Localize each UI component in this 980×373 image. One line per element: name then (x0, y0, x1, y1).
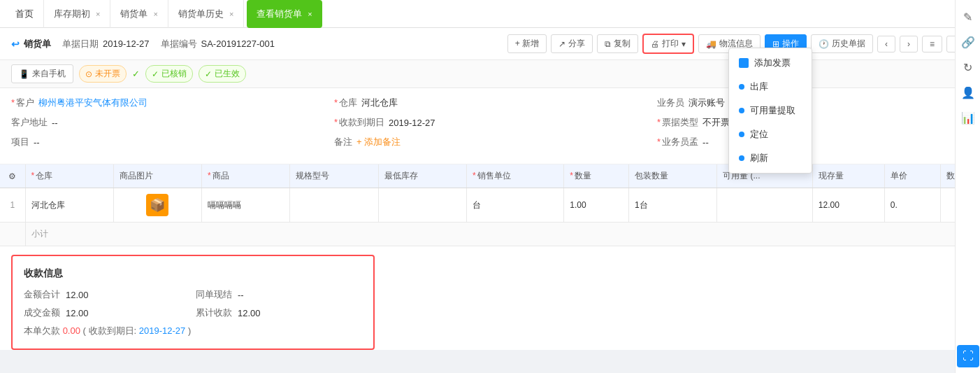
tab-view-sales-order-label: 查看销货单 (257, 8, 302, 20)
refresh-item[interactable]: 刷新 (729, 146, 812, 170)
transaction-amount-value: 12.00 (66, 308, 89, 318)
project-field: 项目 -- (11, 136, 323, 148)
ticket-type-label: 票据类型 (657, 116, 698, 129)
outbound-item[interactable]: 出库 (729, 75, 812, 99)
tab-sales-order-close[interactable]: × (153, 10, 157, 18)
view-list-button[interactable]: ≡ (922, 36, 942, 52)
share-icon: ↗ (559, 39, 565, 49)
same-order-label: 同单现结 (196, 288, 232, 301)
salesperson-label: 业务员孟 (657, 136, 698, 148)
row-warehouse: 河北仓库 (25, 188, 113, 223)
th-product: 商品 (202, 164, 290, 188)
tab-sales-order[interactable]: 销货单 × (110, 0, 168, 28)
sidebar-edit-icon[interactable]: ✎ (957, 6, 979, 28)
transaction-amount-label: 成交金额 (24, 307, 60, 319)
payment-date-label: 收款到期日 (334, 116, 384, 129)
add-invoice-label: 添加发票 (754, 57, 791, 69)
doc-type-label: 销货单 (24, 38, 51, 50)
tab-sales-history-label: 销货单历史 (178, 8, 224, 20)
check-circle-icon: ✓ (132, 69, 140, 79)
th-quantity: 数量 (564, 164, 629, 188)
due-date-text: 收款到期日: (89, 325, 137, 336)
locate-label: 定位 (750, 128, 768, 141)
sidebar-rotate-icon[interactable]: ↻ (957, 56, 979, 78)
doc-number-meta: 单据编号 SA-20191227-001 (161, 38, 275, 50)
share-button[interactable]: ↗ 分享 (551, 34, 593, 53)
th-sales-unit: 销售单位 (466, 164, 563, 188)
print-icon: 🖨 (651, 39, 659, 49)
table-header-row: ⚙ 仓库 商品图片 商品 规格型号 最低库存 销售单位 数量 包装数量 可用量 … (0, 164, 980, 188)
product-table-container: ⚙ 仓库 商品图片 商品 规格型号 最低库存 销售单位 数量 包装数量 可用量 … (0, 164, 980, 246)
form-row-1: 客户 柳州粤港平安气体有限公司 仓库 河北仓库 业务员 演示账号 (11, 97, 969, 109)
doc-number-value: SA-20191227-001 (201, 38, 275, 49)
tab-inventory-init-close[interactable]: × (96, 10, 100, 18)
row-index: 1 (0, 188, 25, 223)
tab-sales-history[interactable]: 销货单历史 × (168, 0, 244, 28)
total-amount-row: 金额合计 12.00 (24, 288, 190, 301)
subtotal-label: 小计 (25, 223, 980, 246)
nav-prev-button[interactable]: ‹ (877, 36, 895, 52)
available-qty-item[interactable]: 可用量提取 (729, 99, 812, 122)
copy-button[interactable]: ⧉ 复制 (597, 34, 638, 53)
tab-sales-history-close[interactable]: × (229, 10, 233, 18)
customer-value[interactable]: 柳州粤港平安气体有限公司 (38, 97, 147, 109)
current-arrears-value: 0.00 (63, 325, 80, 336)
tab-inventory-init[interactable]: 库存期初 × (44, 0, 110, 28)
doc-type-icon: ↩ (11, 38, 20, 50)
address-label: 客户地址 (11, 116, 48, 129)
ticket-type-value: 不开票 (702, 116, 730, 129)
sidebar-expand-icon[interactable]: ⛶ (957, 345, 979, 358)
ticket-type-field: 票据类型 不开票 (657, 116, 969, 129)
form-row-2: 客户地址 -- 收款到期日 2019-12-27 票据类型 不开票 (11, 116, 969, 129)
locate-icon (739, 132, 744, 137)
add-note-button[interactable]: + 添加备注 (356, 136, 401, 148)
tab-inventory-init-label: 库存期初 (54, 8, 90, 20)
th-settings[interactable]: ⚙ (0, 164, 25, 188)
transaction-amount-row: 成交金额 12.00 (24, 307, 190, 319)
staff-label: 业务员 (657, 97, 684, 109)
sidebar-link-icon[interactable]: 🔗 (957, 31, 979, 53)
warehouse-field: 仓库 河北仓库 (334, 97, 646, 109)
add-invoice-item[interactable]: 添加发票 (729, 51, 812, 75)
th-stock: 现存量 (812, 164, 884, 188)
history-icon: 🕐 (819, 39, 829, 49)
row-package-qty: 1台 (628, 188, 716, 223)
from-phone-button[interactable]: 📱 来自手机 (11, 64, 73, 83)
sidebar-data-icon[interactable]: 📊 (957, 106, 979, 129)
sidebar-user-icon[interactable]: 👤 (957, 81, 979, 104)
row-unit-price: 0. (884, 188, 940, 223)
doc-date-value: 2019-12-27 (103, 38, 150, 49)
current-arrears-row: 本单欠款 0.00 ( 收款到期日: 2019-12-27 ) (24, 325, 362, 337)
note-field: 备注 + 添加备注 (334, 136, 646, 148)
history-button[interactable]: 🕐 历史单据 (811, 34, 873, 53)
row-quantity: 1.00 (564, 188, 629, 223)
effective-badge: ✓ 已生效 (199, 65, 246, 83)
effective-check-icon: ✓ (205, 69, 212, 79)
cumulative-receipt-label: 累计收款 (196, 307, 232, 319)
logistics-icon: 🚚 (706, 39, 716, 49)
copy-icon: ⧉ (605, 39, 611, 49)
print-button[interactable]: 🖨 打印 ▾ (642, 34, 694, 54)
tab-view-sales-order-close[interactable]: × (308, 10, 312, 18)
th-product-img: 商品图片 (113, 164, 201, 188)
row-available (717, 188, 813, 223)
new-button[interactable]: + 新增 (507, 34, 547, 53)
row-product-img: 📦 (113, 188, 201, 223)
subtotal-row: 小计 (0, 223, 980, 246)
row-sales-unit: 台 (466, 188, 563, 223)
tab-home[interactable]: 首页 (6, 0, 44, 28)
current-arrears-label: 本单欠款 (24, 325, 60, 336)
locate-item[interactable]: 定位 (729, 122, 812, 146)
total-amount-label: 金额合计 (24, 288, 60, 301)
th-unit-price: 单价 (884, 164, 940, 188)
tab-view-sales-order[interactable]: 查看销货单 × (247, 0, 322, 28)
available-qty-icon (739, 108, 744, 113)
doc-title: ↩ 销货单 (11, 38, 51, 50)
th-model: 规格型号 (290, 164, 378, 188)
staff-value: 演示账号 (689, 97, 725, 109)
nav-next-button[interactable]: › (900, 36, 918, 52)
doc-date-label: 单据日期 (62, 38, 99, 50)
total-amount-value: 12.00 (66, 290, 89, 300)
salesperson-value: -- (702, 137, 709, 148)
due-date-value: 2019-12-27 (139, 325, 186, 336)
